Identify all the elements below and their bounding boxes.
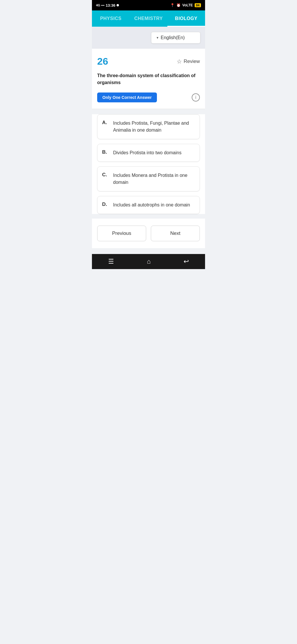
- chevron-down-icon: ▾: [157, 36, 158, 40]
- status-right: 📍 ⏰ VoLTE 84: [170, 3, 201, 7]
- bottom-nav: ☰ ⌂ ↩: [92, 254, 205, 269]
- question-text: The three-domain system of classificatio…: [97, 72, 200, 86]
- answer-type-badge: Only One Correct Answer: [97, 92, 157, 102]
- option-b-text: Divides Protista into two domains: [113, 149, 182, 156]
- question-header: 26 ☆ Review: [97, 56, 200, 67]
- previous-button[interactable]: Previous: [97, 226, 146, 241]
- option-b-label: B.: [102, 149, 108, 155]
- option-d-label: D.: [102, 202, 108, 207]
- back-icon[interactable]: ↩: [184, 258, 189, 265]
- question-container: 26 ☆ Review The three-domain system of c…: [92, 49, 205, 109]
- signal-icon: 4G ▪▪▪: [96, 3, 104, 7]
- tab-bar: PHYSICS CHEMISTRY BIOLOGY: [92, 10, 205, 27]
- language-area: ▾ English(En): [92, 27, 205, 49]
- tab-physics[interactable]: PHYSICS: [92, 10, 130, 27]
- next-button[interactable]: Next: [151, 226, 200, 241]
- options-area: A. Includes Protista, Fungi, Plantae and…: [92, 114, 205, 214]
- alarm-icon: ⏰: [176, 3, 181, 7]
- question-number: 26: [97, 56, 108, 67]
- language-dropdown[interactable]: ▾ English(En): [151, 32, 200, 43]
- nav-buttons: Previous Next: [92, 219, 205, 248]
- tab-chemistry[interactable]: CHEMISTRY: [130, 10, 167, 27]
- tab-biology[interactable]: BIOLOGY: [167, 10, 205, 27]
- status-bar: 4G ▪▪▪ 13:36 📍 ⏰ VoLTE 84: [92, 0, 205, 10]
- menu-icon[interactable]: ☰: [108, 258, 114, 265]
- option-a-label: A.: [102, 120, 108, 126]
- review-button[interactable]: ☆ Review: [177, 58, 200, 65]
- recording-dot: [117, 4, 119, 6]
- language-label: English(En): [161, 35, 185, 40]
- location-icon: 📍: [170, 3, 175, 7]
- option-b[interactable]: B. Divides Protista into two domains: [97, 144, 200, 162]
- home-icon[interactable]: ⌂: [147, 258, 151, 265]
- option-a[interactable]: A. Includes Protista, Fungi, Plantae and…: [97, 114, 200, 139]
- option-d-text: Includes all autotrophs in one domain: [113, 202, 190, 208]
- answer-type-row: Only One Correct Answer i: [97, 92, 200, 102]
- lte-icon: VoLTE: [182, 3, 193, 7]
- star-icon: ☆: [177, 58, 182, 65]
- time: 13:36: [106, 3, 115, 8]
- option-a-text: Includes Protista, Fungi, Plantae and An…: [113, 120, 195, 134]
- option-c-label: C.: [102, 172, 108, 178]
- option-c-text: Includes Monera and Protista in one doma…: [113, 172, 195, 186]
- info-icon[interactable]: i: [192, 93, 200, 101]
- review-label: Review: [184, 59, 200, 64]
- status-left: 4G ▪▪▪ 13:36: [96, 3, 119, 8]
- battery-indicator: 84: [195, 3, 201, 7]
- divider: [92, 109, 205, 109]
- option-d[interactable]: D. Includes all autotrophs in one domain: [97, 196, 200, 214]
- option-c[interactable]: C. Includes Monera and Protista in one d…: [97, 166, 200, 191]
